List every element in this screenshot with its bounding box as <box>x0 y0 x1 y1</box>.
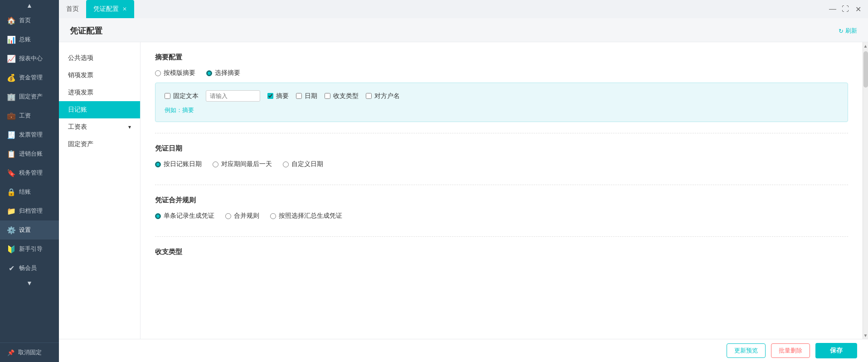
maximize-button[interactable]: ⛶ <box>841 5 850 14</box>
sidebar-item-tax-label: 税务管理 <box>19 169 43 177</box>
journal-date-radio[interactable] <box>155 161 161 167</box>
sidebar-item-archive-label: 归档管理 <box>19 207 43 215</box>
sidebar: ▲ 🏠 首页 📊 总账 📈 报表中心 💰 资金管理 🏢 固定资产 💼 工资 🧾 … <box>0 0 59 362</box>
fixed-text-checkbox[interactable] <box>165 93 170 99</box>
left-nav-public[interactable]: 公共选项 <box>59 49 140 67</box>
sidebar-item-settings[interactable]: ⚙️ 设置 <box>0 220 59 240</box>
left-nav-journal[interactable]: 日记账 <box>59 101 140 118</box>
sidebar-bottom: 📌 取消固定 <box>0 342 59 362</box>
date-checkbox-label[interactable]: 日期 <box>296 92 317 100</box>
sidebar-item-salary-label: 工资 <box>19 112 31 120</box>
save-button[interactable]: 保存 <box>815 343 857 358</box>
ledger-icon: 📊 <box>7 35 15 44</box>
counterparty-checkbox-label[interactable]: 对方户名 <box>366 92 400 100</box>
last-day-radio[interactable] <box>213 161 218 167</box>
sidebar-item-tax[interactable]: 🔖 税务管理 <box>0 163 59 182</box>
invoice-mgmt-icon: 🧾 <box>7 131 15 139</box>
tab-voucher-config[interactable]: 凭证配置 ✕ <box>86 0 134 18</box>
sidebar-item-guide[interactable]: 🔰 新手引导 <box>0 240 59 259</box>
close-window-button[interactable]: ✕ <box>853 5 863 14</box>
sidebar-item-funds-label: 资金管理 <box>19 73 43 82</box>
summary-generate-label: 按照选择汇总生成凭证 <box>279 212 342 220</box>
sales-ledger-icon: 📋 <box>7 150 15 158</box>
reports-icon: 📈 <box>7 54 15 63</box>
summary-select-option[interactable]: 选择摘要 <box>206 69 240 77</box>
archive-icon: 📁 <box>7 207 15 215</box>
sidebar-item-close[interactable]: 🔒 结账 <box>0 182 59 201</box>
sidebar-item-close-label: 结账 <box>19 188 31 196</box>
custom-date-option[interactable]: 自定义日期 <box>283 160 323 168</box>
summary-example-label: 例如：摘要 <box>165 107 194 113</box>
merge-title: 凭证合并规则 <box>155 196 848 205</box>
single-record-radio[interactable] <box>155 213 161 219</box>
sidebar-item-member[interactable]: ✔ 畅会员 <box>0 259 59 278</box>
summary-checkbox-label[interactable]: 摘要 <box>267 92 289 100</box>
refresh-button[interactable]: ↻ 刷新 <box>839 27 857 35</box>
income-type-checkbox-label[interactable]: 收支类型 <box>325 92 359 100</box>
date-checkbox[interactable] <box>296 93 302 99</box>
custom-date-radio[interactable] <box>283 161 289 167</box>
summary-generate-radio[interactable] <box>270 213 276 219</box>
sidebar-item-reports[interactable]: 📈 报表中心 <box>0 49 59 68</box>
sidebar-item-archive[interactable]: 📁 归档管理 <box>0 201 59 220</box>
salary-icon: 💼 <box>7 112 15 120</box>
journal-date-option[interactable]: 按日记账日期 <box>155 160 202 168</box>
summary-generate-option[interactable]: 按照选择汇总生成凭证 <box>270 212 342 220</box>
sidebar-item-sales-ledger[interactable]: 📋 进销台账 <box>0 144 59 163</box>
batch-delete-button[interactable]: 批量删除 <box>771 343 810 358</box>
sidebar-item-ledger[interactable]: 📊 总账 <box>0 30 59 49</box>
tab-home[interactable]: 首页 <box>59 0 86 18</box>
update-preview-button[interactable]: 更新预览 <box>727 343 766 358</box>
summary-checkboxes-row: 固定文本 摘要 日期 <box>165 90 839 102</box>
left-nav-public-label: 公共选项 <box>68 54 93 62</box>
left-nav-sales-invoice[interactable]: 销项发票 <box>59 67 140 84</box>
summary-mode-group: 按模版摘要 选择摘要 <box>155 69 848 77</box>
merge-rule-label: 合并规则 <box>234 212 259 220</box>
scroll-thumb[interactable] <box>863 51 868 88</box>
sidebar-item-assets-label: 固定资产 <box>19 93 43 101</box>
minimize-button[interactable]: — <box>828 5 837 14</box>
scroll-track: ▲ ▼ <box>863 42 868 339</box>
date-title: 凭证日期 <box>155 144 848 153</box>
sidebar-item-home-label: 首页 <box>19 16 31 24</box>
left-nav-fixed-assets-label: 固定资产 <box>68 140 93 148</box>
merge-section: 凭证合并规则 单条记录生成凭证 合并规则 按照选择汇总生成凭证 <box>155 196 848 237</box>
assets-icon: 🏢 <box>7 93 15 101</box>
left-nav-payroll[interactable]: 工资表 ▾ <box>59 118 140 136</box>
close-account-icon: 🔒 <box>7 188 15 196</box>
sidebar-item-assets[interactable]: 🏢 固定资产 <box>0 87 59 106</box>
date-label: 日期 <box>305 92 317 100</box>
merge-rule-radio[interactable] <box>225 213 231 219</box>
summary-template-radio[interactable] <box>155 70 161 76</box>
counterparty-checkbox[interactable] <box>366 93 372 99</box>
chevron-down-icon: ▾ <box>128 124 131 130</box>
left-nav-sales-invoice-label: 销项发票 <box>68 71 93 79</box>
sidebar-scroll-up[interactable]: ▲ <box>0 0 59 11</box>
sidebar-item-invoice-mgmt[interactable]: 🧾 发票管理 <box>0 125 59 144</box>
merge-options-group: 单条记录生成凭证 合并规则 按照选择汇总生成凭证 <box>155 212 848 220</box>
sidebar-scroll-down[interactable]: ▼ <box>0 278 59 289</box>
summary-template-option[interactable]: 按模版摘要 <box>155 69 195 77</box>
left-nav-purchase-invoice[interactable]: 进项发票 <box>59 84 140 101</box>
single-record-option[interactable]: 单条记录生成凭证 <box>155 212 214 220</box>
fixed-text-checkbox-label[interactable]: 固定文本 <box>165 92 199 100</box>
last-day-option[interactable]: 对应期间最后一天 <box>213 160 272 168</box>
single-record-label: 单条记录生成凭证 <box>164 212 214 220</box>
sidebar-item-salary[interactable]: 💼 工资 <box>0 106 59 125</box>
pin-icon: 📌 <box>7 349 15 356</box>
sidebar-item-funds[interactable]: 💰 资金管理 <box>0 68 59 87</box>
summary-checkbox[interactable] <box>267 93 273 99</box>
scroll-down-arrow[interactable]: ▼ <box>863 332 868 339</box>
unpin-button[interactable]: 📌 取消固定 <box>0 343 59 362</box>
summary-template-label: 按模版摘要 <box>164 69 195 77</box>
tab-close-icon[interactable]: ✕ <box>122 6 127 12</box>
summary-select-radio[interactable] <box>206 70 212 76</box>
left-nav-journal-label: 日记账 <box>68 106 87 114</box>
sidebar-item-home[interactable]: 🏠 首页 <box>0 11 59 30</box>
scroll-up-arrow[interactable]: ▲ <box>863 42 868 49</box>
income-type-section-title: 收支类型 <box>155 248 848 256</box>
left-nav-fixed-assets[interactable]: 固定资产 <box>59 136 140 153</box>
merge-rule-option[interactable]: 合并规则 <box>225 212 259 220</box>
fixed-text-input[interactable] <box>206 90 260 102</box>
income-type-checkbox[interactable] <box>325 93 330 99</box>
